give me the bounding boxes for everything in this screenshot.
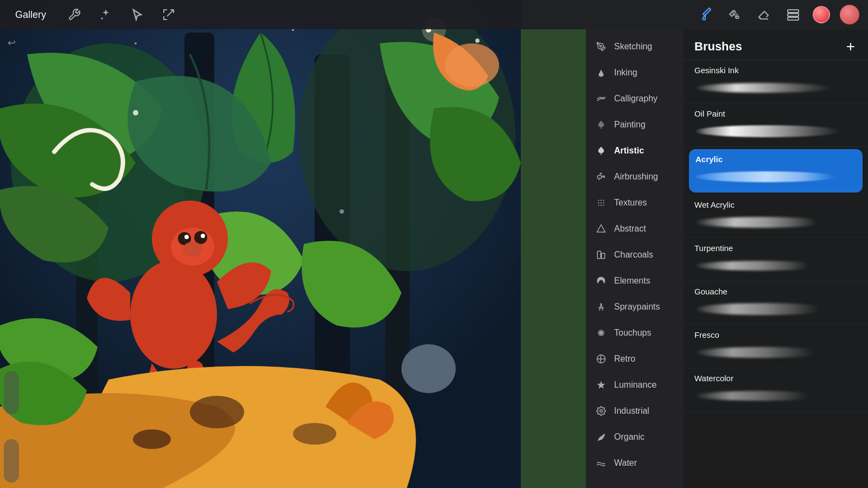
svg-point-23	[194, 231, 207, 244]
brush-acrylic[interactable]: Acrylic	[689, 149, 863, 192]
svg-point-18	[445, 43, 499, 87]
svg-point-43	[603, 202, 604, 203]
brush-stroke-watercolor	[694, 386, 857, 406]
category-touchups[interactable]: Touchups	[586, 320, 684, 346]
category-inking[interactable]: Inking	[586, 60, 684, 86]
brush-gesinski-ink[interactable]: Gesinski Ink	[684, 60, 868, 104]
category-retro[interactable]: Retro	[586, 346, 684, 372]
svg-point-26	[183, 242, 202, 257]
brush-name-fresco: Fresco	[694, 330, 857, 339]
brush-panel-header: Brushes +	[684, 29, 868, 60]
svg-point-32	[133, 110, 138, 115]
category-painting[interactable]: Painting	[586, 112, 684, 138]
calligraphy-icon	[595, 92, 608, 105]
svg-point-28	[293, 423, 336, 445]
category-abstract[interactable]: Abstract	[586, 216, 684, 242]
svg-point-25	[201, 234, 205, 238]
category-textures[interactable]: Textures	[586, 190, 684, 216]
selection-icon[interactable]	[127, 5, 147, 24]
svg-point-33	[475, 38, 480, 43]
painting-label: Painting	[614, 120, 646, 130]
svg-point-19	[130, 260, 217, 369]
brush-stroke-oilpaint	[694, 121, 857, 141]
calligraphy-label: Calligraphy	[614, 94, 658, 104]
spraypaints-icon	[595, 300, 608, 313]
toolbar-right	[695, 5, 859, 24]
undo-button[interactable]: ↩	[3, 35, 20, 51]
brush-gouache[interactable]: Gouache	[684, 281, 868, 325]
luminance-label: Luminance	[614, 380, 656, 390]
magic-wand-icon[interactable]	[96, 5, 116, 24]
brush-wet-acrylic[interactable]: Wet Acrylic	[684, 195, 868, 238]
brush-watercolor[interactable]: Watercolor	[684, 368, 868, 412]
brushes-panel: Sketching Inking Calligraphy	[586, 29, 868, 488]
abstract-label: Abstract	[614, 224, 646, 234]
svg-point-44	[598, 204, 599, 206]
svg-point-34	[340, 209, 344, 214]
brush-name-gouache: Gouache	[694, 287, 857, 296]
color-picker[interactable]	[813, 6, 830, 23]
left-panel: ↩	[0, 29, 23, 488]
svg-rect-2	[788, 14, 799, 16]
artistic-icon	[595, 144, 608, 157]
elements-label: Elements	[614, 276, 650, 286]
brush-list: Brushes + Gesinski Ink Oil Paint Acrylic	[684, 29, 868, 488]
category-sketching[interactable]: Sketching	[586, 34, 684, 60]
svg-marker-47	[597, 225, 605, 233]
category-water[interactable]: Water	[586, 450, 684, 476]
charcoals-icon	[595, 248, 608, 261]
smudge-icon[interactable]	[725, 5, 744, 24]
textures-icon	[595, 196, 608, 209]
brush-name-oilpaint: Oil Paint	[694, 109, 857, 118]
category-artistic[interactable]: Artistic	[586, 138, 684, 164]
opacity-slider[interactable]	[4, 371, 19, 414]
category-organic[interactable]: Organic	[586, 424, 684, 450]
brush-stroke-wetacrylic	[694, 213, 857, 232]
category-industrial[interactable]: Industrial	[586, 398, 684, 424]
svg-point-30	[401, 344, 456, 393]
inking-icon	[595, 66, 608, 79]
brush-tool-icon[interactable]	[695, 5, 715, 24]
svg-point-45	[601, 204, 602, 206]
water-icon	[595, 457, 608, 470]
brush-oil-paint[interactable]: Oil Paint	[684, 104, 868, 147]
textures-label: Textures	[614, 198, 647, 208]
svg-rect-3	[788, 17, 799, 20]
brush-turpentine[interactable]: Turpentine	[684, 238, 868, 281]
category-calligraphy[interactable]: Calligraphy	[586, 86, 684, 112]
inking-label: Inking	[614, 68, 637, 78]
gallery-button[interactable]: Gallery	[9, 6, 53, 24]
retro-icon	[595, 352, 608, 365]
add-brush-button[interactable]: +	[844, 39, 857, 54]
organic-label: Organic	[614, 432, 644, 442]
toolbar-left: Gallery	[9, 5, 695, 24]
svg-point-46	[603, 204, 604, 206]
svg-point-37	[598, 179, 599, 180]
brush-fresco[interactable]: Fresco	[684, 325, 868, 368]
brush-name-acrylic: Acrylic	[695, 155, 856, 164]
brush-stroke-gouache	[694, 299, 857, 319]
transform-icon[interactable]	[159, 5, 178, 24]
svg-point-42	[601, 202, 602, 203]
avatar[interactable]	[840, 5, 859, 24]
category-luminance[interactable]: Luminance	[586, 372, 684, 398]
painting-icon	[595, 118, 608, 131]
eraser-icon[interactable]	[754, 5, 774, 24]
category-airbrushing[interactable]: Airbrushing	[586, 164, 684, 190]
touchups-icon	[595, 326, 608, 339]
size-slider[interactable]	[4, 439, 19, 483]
category-spraypaints[interactable]: Spraypaints	[586, 294, 684, 320]
svg-point-24	[184, 235, 189, 239]
brushes-title: Brushes	[694, 40, 742, 54]
artistic-label: Artistic	[614, 146, 644, 156]
svg-point-41	[598, 202, 599, 203]
category-charcoals[interactable]: Charcoals	[586, 242, 684, 268]
category-elements[interactable]: Elements	[586, 268, 684, 294]
layers-icon[interactable]	[783, 5, 803, 24]
svg-point-40	[603, 200, 604, 201]
brush-stroke-acrylic	[695, 167, 856, 187]
wrench-icon[interactable]	[65, 5, 84, 24]
brush-name-watercolor: Watercolor	[694, 374, 857, 383]
brush-name-wetacrylic: Wet Acrylic	[694, 200, 857, 209]
svg-rect-49	[602, 253, 605, 259]
